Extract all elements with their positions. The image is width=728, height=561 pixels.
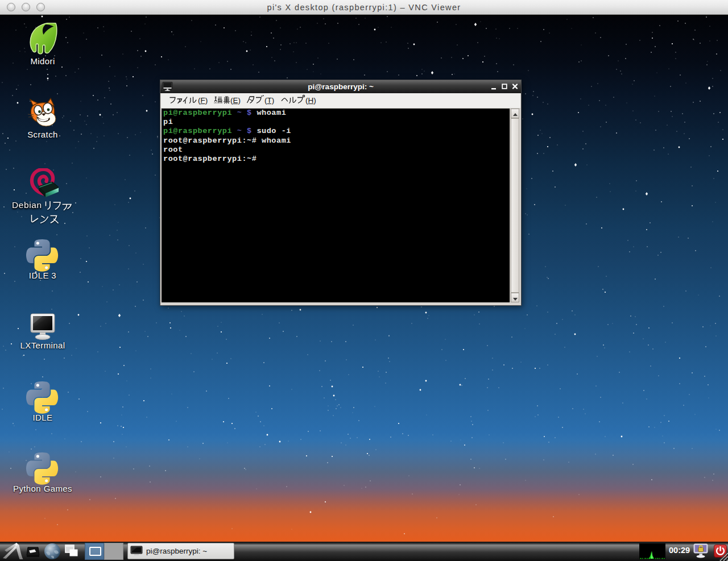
svg-text:Debian: Debian xyxy=(12,200,42,210)
svg-text:(T): (T) xyxy=(264,96,274,105)
svg-text:(F): (F) xyxy=(198,96,208,105)
svg-text:(H): (H) xyxy=(305,96,316,105)
svg-text:(E): (E) xyxy=(230,96,241,105)
